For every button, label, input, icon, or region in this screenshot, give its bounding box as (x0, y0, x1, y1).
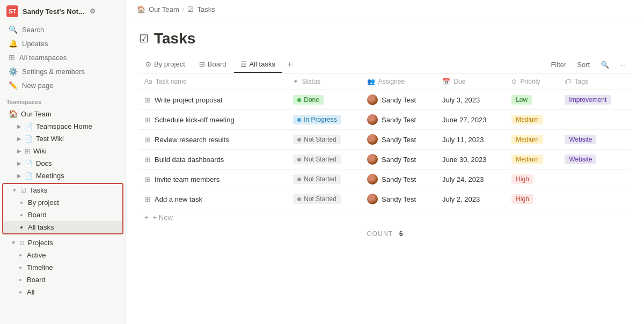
table-row[interactable]: ⊞ Schedule kick-off meeting In Progress … (139, 110, 631, 130)
sidebar-item-timeline[interactable]: Timeline (2, 261, 123, 274)
wiki2-icon: ⊞ (25, 148, 30, 155)
status-label: Not Started (304, 136, 336, 143)
status-dot (297, 98, 301, 102)
tasks-table: Aa Task name ✦ Status 👥 Assignee 📅 (139, 73, 631, 242)
chevron-right-icon: ▶ (17, 173, 21, 179)
status-dot (297, 158, 301, 161)
plus-icon: + (144, 213, 149, 222)
count-label: COUNT (367, 230, 393, 238)
due-cell: June 27, 2023 (437, 110, 506, 130)
table-row[interactable]: ⊞ Invite team members Not Started Sandy … (139, 170, 631, 189)
sidebar-item-label: All teamspaces (19, 54, 67, 62)
chevron-right-icon: ▶ (17, 148, 21, 154)
status-badge: In Progress (293, 115, 341, 124)
due-cell: July 2, 2023 (437, 189, 506, 209)
assignee-name: Sandy Test (382, 116, 416, 124)
sidebar-item-tasks[interactable]: ▼ ☑ Tasks (3, 184, 122, 196)
by-project-label: By project (28, 198, 59, 207)
priority-badge: Medium (511, 115, 543, 124)
sidebar-item-new-page[interactable]: ✏️ New page (2, 78, 123, 92)
sidebar-item-docs[interactable]: ▶ 📄 Docs (2, 157, 123, 170)
our-team-label: Our Team (21, 110, 52, 118)
sidebar-item-settings[interactable]: ⚙️ Settings & members (2, 64, 123, 78)
chevron-right-icon: ▶ (17, 136, 21, 142)
assignee-name: Sandy Test (382, 156, 416, 164)
sidebar-item-updates[interactable]: 🔔 Updates (2, 36, 123, 50)
task-name: Review research results (155, 136, 229, 144)
test-wiki-label: Test Wiki (36, 135, 64, 143)
new-page-icon: ✏️ (9, 81, 18, 90)
priority-cell: Medium (506, 130, 559, 150)
meetings-icon: 📄 (25, 172, 33, 180)
new-task-button[interactable]: + + New (139, 209, 631, 226)
breadcrumb-page[interactable]: Tasks (197, 5, 215, 13)
status-badge: Not Started (293, 135, 341, 144)
app-title-row[interactable]: ST Sandy Test's Not... ⚙ (0, 0, 126, 23)
table-row[interactable]: ⊞ Review research results Not Started Sa… (139, 130, 631, 150)
status-dot (297, 118, 301, 122)
task-type-icon: ⊞ (144, 195, 150, 203)
priority-badge: Medium (511, 135, 543, 144)
tab-board[interactable]: ⊞ Board (193, 56, 233, 73)
sidebar-item-our-team[interactable]: 🏠 Our Team (2, 107, 123, 120)
updates-icon: 🔔 (9, 39, 18, 48)
teamspaces-icon: ⊞ (9, 53, 15, 62)
due-date: July 3, 2023 (442, 96, 480, 104)
settings-icon: ⚙ (90, 8, 96, 15)
tab-by-project-label: By project (154, 60, 185, 68)
task-type-icon: ⊞ (144, 96, 150, 104)
breadcrumb-team[interactable]: Our Team (149, 5, 179, 13)
sidebar-item-search[interactable]: 🔍 Search (2, 23, 123, 36)
due-date: July 24, 2023 (442, 175, 484, 183)
projects-icon: ⊙ (19, 239, 25, 247)
table-row[interactable]: ⊞ Write project proposal Done Sandy Test… (139, 90, 631, 110)
avatar (367, 174, 378, 185)
sidebar-item-test-wiki[interactable]: ▶ 📄 Test Wiki (2, 132, 123, 145)
col-tags: 🏷 Tags (559, 73, 631, 90)
tabs-right: Filter Sort 🔍 ··· (547, 58, 631, 71)
teamspace-home-label: Teamspace Home (36, 122, 92, 130)
tags-cell (559, 189, 631, 209)
sidebar-item-by-project[interactable]: By project (3, 196, 122, 209)
sidebar-item-all-tasks[interactable]: All tasks (3, 221, 122, 233)
sidebar-item-projects[interactable]: ▼ ⊙ Projects (2, 237, 123, 249)
teamspaces-label: Teamspaces (0, 92, 126, 107)
table-row[interactable]: ⊞ Build data dashboards Not Started Sand… (139, 150, 631, 170)
tab-all-tasks[interactable]: ☰ All tasks (234, 56, 282, 73)
sidebar-item-active[interactable]: Active (2, 249, 123, 261)
content-area: ☑ Tasks ⊙ By project ⊞ Board ☰ All tasks… (126, 19, 644, 324)
priority-cell: Medium (506, 150, 559, 170)
wiki-icon: 📄 (25, 135, 33, 143)
sidebar-item-all-teamspaces[interactable]: ⊞ All teamspaces (2, 50, 123, 64)
tab-add-button[interactable]: + (283, 56, 296, 73)
sidebar-item-all2[interactable]: All (2, 286, 123, 298)
sort-button[interactable]: Sort (574, 58, 593, 71)
avatar (367, 134, 378, 145)
sidebar-item-board[interactable]: Board (3, 209, 122, 221)
sidebar-item-wiki[interactable]: ▶ ⊞ Wiki (2, 145, 123, 157)
tab-all-tasks-icon: ☰ (240, 60, 247, 68)
tags-cell: Website (559, 130, 631, 150)
due-col-icon: 📅 (442, 78, 450, 85)
page-title-row: ☑ Tasks (139, 30, 631, 47)
sidebar-item-board2[interactable]: Board (2, 274, 123, 286)
table-row[interactable]: ⊞ Add a new task Not Started Sandy Test … (139, 189, 631, 209)
meetings-label: Meetings (36, 172, 64, 180)
table-header-row: Aa Task name ✦ Status 👥 Assignee 📅 (139, 73, 631, 90)
priority-badge: Low (511, 95, 532, 105)
task-name: Add a new task (155, 195, 202, 203)
dot-icon (19, 291, 21, 293)
status-badge: Done (293, 95, 324, 105)
status-label: Done (304, 96, 319, 104)
assignee-cell: Sandy Test (362, 110, 437, 130)
tab-by-project[interactable]: ⊙ By project (139, 56, 192, 73)
docs-label: Docs (36, 159, 52, 167)
sidebar-item-label: Updates (22, 40, 48, 48)
sidebar-item-meetings[interactable]: ▶ 📄 Meetings (2, 170, 123, 182)
search-icon-button[interactable]: 🔍 (597, 58, 612, 71)
sidebar-item-teamspace-home[interactable]: ▶ 📄 Teamspace Home (2, 120, 123, 132)
dot-icon (20, 202, 23, 204)
more-button[interactable]: ··· (617, 58, 629, 71)
filter-button[interactable]: Filter (547, 58, 569, 71)
status-label: Not Started (304, 175, 336, 183)
